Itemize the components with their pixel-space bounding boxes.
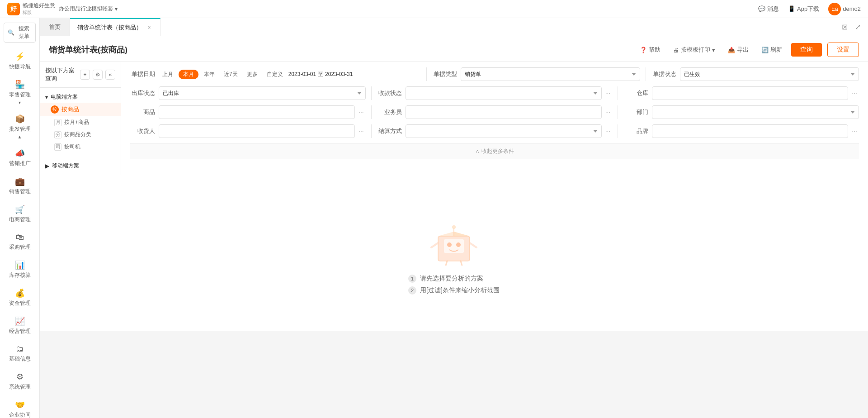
scheme-item-by-cashier[interactable]: 司 按司机 <box>40 141 121 153</box>
recipient-more-btn[interactable]: ··· <box>357 128 366 135</box>
top-header: 好 畅捷通好生意 标版 办公用品行业模拟账套 ▾ 💬 消息 📱 App下载 查询… <box>0 0 868 18</box>
product-more-btn[interactable]: ··· <box>357 109 366 116</box>
salesperson-more-btn[interactable]: ··· <box>604 109 613 116</box>
tab-close-btn[interactable]: × <box>146 24 153 31</box>
sidebar-item-business[interactable]: 📈 经营管理 <box>0 312 39 340</box>
refresh-btn[interactable]: 🔄 刷新 <box>758 44 786 56</box>
tab-home[interactable]: 首页 <box>40 18 70 36</box>
sidebar-item-marketing[interactable]: 📣 营销推广 <box>0 144 39 172</box>
empty-illustration <box>427 211 481 266</box>
mobile-scheme-group-title[interactable]: ▶ 移动端方案 <box>40 160 121 171</box>
date-tab-last-month[interactable]: 上月 <box>159 70 177 79</box>
settlement-more-btn[interactable]: ··· <box>604 128 613 135</box>
tip-num-1: 1 <box>408 275 416 283</box>
divider-1 <box>426 67 427 81</box>
scheme-item-by-product[interactable]: 按 按商品 <box>40 103 121 116</box>
message-action[interactable]: 💬 消息 <box>758 5 779 13</box>
brand-more-btn[interactable]: ··· <box>850 128 859 135</box>
workspace-dropdown[interactable]: 办公用品行业模拟账套 ▾ <box>59 5 118 13</box>
right-panel: 单据日期 上月 本月 本年 近7天 更多 <box>121 62 868 175</box>
collapse-panel-btn[interactable]: « <box>105 70 115 80</box>
sidebar-item-quick-nav[interactable]: ⚡ 快捷导航 <box>0 47 39 75</box>
brand-label: 品牌 <box>623 127 648 135</box>
filter-field-payment: 收款状态 ··· <box>377 86 613 100</box>
desktop-scheme-group: ▾ 电脑端方案 按 按商品 月 按月+商品 <box>40 88 121 157</box>
date-to: 2023-03-31 <box>325 71 353 77</box>
sidebar-item-retail[interactable]: 🏪 零售管理 ▾ <box>0 75 39 109</box>
divider-2 <box>646 67 646 81</box>
brand-input[interactable] <box>652 124 848 138</box>
doc-type-select[interactable]: 销货单 <box>461 67 640 81</box>
avatar: 查询 Ea <box>828 3 841 15</box>
salesperson-input[interactable] <box>406 105 602 119</box>
fullscreen-btn[interactable]: ⤢ <box>853 21 863 33</box>
warehouse-more-btn[interactable]: ··· <box>850 90 859 97</box>
payment-label: 收款状态 <box>377 89 402 97</box>
query-btn[interactable]: 查询 <box>791 43 822 57</box>
date-tab-this-year[interactable]: 本年 <box>200 70 218 79</box>
filter-field-salesperson: 业务员 ··· <box>377 105 613 119</box>
chevron-down-icon: ▾ <box>45 94 48 100</box>
payment-select[interactable] <box>406 86 602 100</box>
left-panel-title: 按以下方案查询 <box>45 66 80 83</box>
date-tab-this-month[interactable]: 本月 <box>179 70 198 79</box>
user-action[interactable]: 查询 Ea demo2 <box>828 3 861 15</box>
page-title-actions: ❓ 帮助 🖨 按模板打印 ▾ 📤 导出 🔄 <box>636 43 859 57</box>
export-btn[interactable]: 📤 导出 <box>724 44 752 56</box>
stock-out-select[interactable]: 已出库 <box>159 86 366 100</box>
cooperation-icon: 🤝 <box>15 400 25 410</box>
help-btn[interactable]: ❓ 帮助 <box>636 44 664 56</box>
search-menu-button[interactable]: 🔍 搜索菜单 <box>4 23 36 43</box>
wholesale-icon: 📦 <box>15 114 25 124</box>
date-tab-7days[interactable]: 近7天 <box>220 70 241 79</box>
sidebar-item-inventory[interactable]: 📊 库存核算 <box>0 256 39 284</box>
business-icon: 📈 <box>15 316 25 326</box>
template-print-btn[interactable]: 🖨 按模板打印 ▾ <box>670 44 719 56</box>
tab-sales-report[interactable]: 销货单统计表（按商品） × <box>70 18 160 36</box>
restore-window-btn[interactable]: ⊠ <box>840 21 849 33</box>
sidebar-item-ecommerce[interactable]: 🛒 电商管理 <box>0 200 39 228</box>
doc-status-select[interactable]: 已生效 <box>680 67 859 81</box>
date-tab-more[interactable]: 更多 <box>243 70 261 79</box>
basic-icon: 🗂 <box>16 344 24 354</box>
date-tab-custom[interactable]: 自定义 <box>263 70 287 79</box>
filter-field-settlement: 结算方式 ··· <box>377 124 613 138</box>
sales-label: 销售管理 <box>9 188 31 195</box>
scheme-item-by-month-product[interactable]: 月 按月+商品 <box>40 116 121 128</box>
recipient-input[interactable] <box>159 124 355 138</box>
date-control: 上月 本月 本年 近7天 更多 自定义 2023-0 <box>159 70 421 79</box>
sidebar-item-sales[interactable]: 💼 销售管理 <box>0 172 39 200</box>
payment-more-btn[interactable]: ··· <box>604 90 613 97</box>
scheme-settings-btn[interactable]: ⚙ <box>93 70 103 80</box>
page-inner: 销货单统计表(按商品) ❓ 帮助 🖨 按模板打印 ▾ 📤 <box>40 36 868 331</box>
sidebar-item-cooperation[interactable]: 🤝 企业协同 <box>0 395 39 418</box>
divider-8 <box>618 124 618 138</box>
sidebar-item-wholesale[interactable]: 📦 批发管理 ▲ <box>0 109 39 144</box>
filter-row-3: 商品 ··· 业务员 ··· <box>130 105 859 119</box>
department-select[interactable] <box>652 105 859 119</box>
settlement-select[interactable] <box>406 124 602 138</box>
add-scheme-btn[interactable]: + <box>80 70 90 80</box>
active-tab-label: 销货单统计表（按商品） <box>77 24 142 32</box>
sidebar-item-finance[interactable]: 💰 资金管理 <box>0 284 39 312</box>
desktop-scheme-group-title[interactable]: ▾ 电脑端方案 <box>40 91 121 103</box>
retail-icon: 🏪 <box>15 80 25 90</box>
sidebar-item-basic[interactable]: 🗂 基础信息 <box>0 340 39 367</box>
warehouse-input[interactable] <box>652 86 848 100</box>
username-label: demo2 <box>843 5 861 12</box>
scheme-item-by-category[interactable]: 分 按商品分类 <box>40 128 121 141</box>
scheme-by-month-label: 按月+商品 <box>64 119 89 126</box>
payment-control: ··· <box>406 86 613 100</box>
settings-btn[interactable]: 设置 <box>827 43 859 57</box>
collapse-bar[interactable]: ∧ 收起更多条件 <box>130 143 859 159</box>
filter-row-4: 收货人 ··· 结算方式 <box>130 124 859 138</box>
salesperson-control: ··· <box>406 105 613 119</box>
sales-icon: 💼 <box>15 176 25 186</box>
marketing-icon: 📣 <box>15 148 25 158</box>
brand-control: ··· <box>652 124 859 138</box>
app-download-action[interactable]: 📱 App下载 <box>788 5 819 13</box>
product-input[interactable] <box>159 105 355 119</box>
sidebar-item-system[interactable]: ⚙ 系统管理 <box>0 367 39 395</box>
wholesale-label: 批发管理 <box>9 125 31 133</box>
sidebar-item-purchase[interactable]: 🛍 采购管理 <box>0 228 39 256</box>
